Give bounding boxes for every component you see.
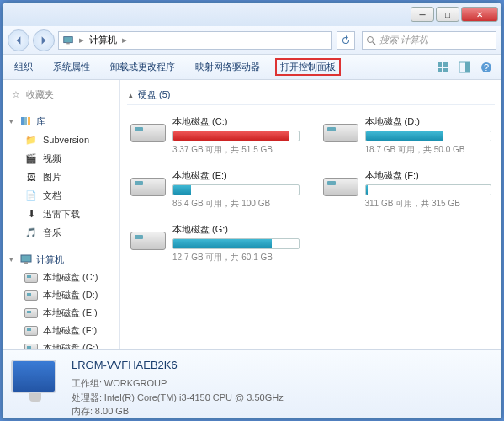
svg-rect-1: [66, 42, 70, 44]
drive-usage-bar: [172, 184, 300, 195]
cpu-value: Intel(R) Core(TM) i3-4150 CPU @ 3.50GHz: [104, 392, 284, 402]
svg-rect-16: [24, 262, 28, 264]
titlebar: ─ □ ✕: [3, 3, 501, 26]
folder-icon: 🎬: [24, 152, 38, 165]
drive-stats: 3.37 GB 可用，共 51.5 GB: [172, 144, 300, 156]
drive-item[interactable]: 本地磁盘 (G:) 12.7 GB 可用，共 60.1 GB: [127, 220, 303, 267]
svg-rect-5: [443, 62, 448, 67]
help-button[interactable]: ?: [478, 59, 495, 76]
sidebar-drive-item[interactable]: 本地磁盘 (E:): [6, 304, 116, 322]
open-control-panel-button[interactable]: 打开控制面板: [275, 58, 341, 76]
svg-rect-14: [28, 117, 30, 125]
sidebar-library-item[interactable]: 🖼图片: [6, 168, 116, 186]
drive-icon: [323, 115, 358, 142]
sidebar-library-item[interactable]: 📁Subversion: [6, 131, 116, 149]
sidebar-drive-item[interactable]: 本地磁盘 (G:): [6, 339, 116, 349]
sidebar-drive-item[interactable]: 本地磁盘 (F:): [6, 322, 116, 339]
drive-icon: [130, 115, 166, 142]
svg-rect-7: [443, 68, 448, 72]
close-button[interactable]: ✕: [461, 7, 498, 22]
sidebar-drive-item[interactable]: 本地磁盘 (C:): [6, 269, 116, 286]
drive-name: 本地磁盘 (G:): [172, 223, 300, 236]
drive-usage-bar: [365, 131, 492, 141]
system-properties-button[interactable]: 系统属性: [48, 58, 95, 76]
drive-icon: [24, 290, 38, 301]
workgroup-value: WORKGROUP: [104, 378, 167, 388]
organize-menu[interactable]: 组织: [9, 58, 38, 76]
folder-icon: 🎵: [24, 226, 38, 239]
breadcrumb-location[interactable]: 计算机: [89, 34, 117, 46]
navbar: ▸ 计算机 ▸ 搜索 计算机: [3, 26, 501, 55]
sidebar-libraries[interactable]: ▾ 库: [6, 112, 116, 131]
sidebar-favorites[interactable]: ☆ 收藏夹: [6, 85, 116, 104]
map-network-drive-button[interactable]: 映射网络驱动器: [190, 58, 265, 76]
sidebar-library-item[interactable]: 🎬视频: [6, 149, 116, 168]
drive-stats: 311 GB 可用，共 315 GB: [365, 198, 492, 210]
view-options-button[interactable]: [434, 59, 451, 76]
section-hard-drives[interactable]: ▴ 硬盘 (5): [127, 85, 495, 105]
drive-item[interactable]: 本地磁盘 (D:) 18.7 GB 可用，共 50.0 GB: [320, 112, 496, 159]
svg-rect-6: [438, 68, 442, 72]
drive-stats: 86.4 GB 可用，共 100 GB: [172, 198, 300, 210]
sidebar-computer[interactable]: ▾ 计算机: [6, 250, 116, 269]
chevron-right-icon: ▸: [79, 35, 84, 45]
drive-icon: [130, 169, 166, 196]
svg-rect-15: [21, 255, 31, 262]
sidebar-drive-item[interactable]: 本地磁盘 (D:): [6, 286, 116, 304]
memory-value: 8.00 GB: [95, 406, 129, 416]
drive-item[interactable]: 本地磁盘 (F:) 311 GB 可用，共 315 GB: [320, 166, 496, 213]
drive-name: 本地磁盘 (F:): [365, 169, 492, 182]
caret-down-icon: ▾: [9, 117, 16, 125]
drive-item[interactable]: 本地磁盘 (C:) 3.37 GB 可用，共 51.5 GB: [127, 112, 303, 159]
folder-icon: 📁: [24, 133, 38, 147]
drive-icon: [24, 344, 38, 350]
svg-rect-13: [24, 117, 27, 125]
svg-rect-4: [438, 62, 442, 67]
drive-item[interactable]: 本地磁盘 (E:) 86.4 GB 可用，共 100 GB: [127, 166, 303, 213]
star-icon: ☆: [9, 88, 23, 101]
svg-rect-0: [64, 36, 73, 42]
sidebar: ☆ 收藏夹 ▾ 库 📁Subversion🎬视频🖼图片📄文档⬇迅雷下载🎵音乐 ▾…: [3, 80, 120, 349]
search-placeholder: 搜索 计算机: [379, 34, 428, 46]
search-input[interactable]: 搜索 计算机: [362, 31, 496, 50]
computer-large-icon: [11, 360, 61, 410]
drive-icon: [323, 169, 358, 196]
forward-button[interactable]: [33, 29, 55, 51]
toolbar: 组织 系统属性 卸载或更改程序 映射网络驱动器 打开控制面板 ?: [3, 55, 501, 80]
drive-name: 本地磁盘 (D:): [365, 115, 492, 128]
drive-icon: [130, 223, 166, 250]
back-button[interactable]: [8, 29, 29, 51]
preview-pane-button[interactable]: [456, 59, 473, 76]
body: ☆ 收藏夹 ▾ 库 📁Subversion🎬视频🖼图片📄文档⬇迅雷下载🎵音乐 ▾…: [3, 80, 501, 349]
drive-name: 本地磁盘 (E:): [172, 169, 300, 182]
caret-down-icon: ▾: [9, 255, 16, 264]
drive-stats: 12.7 GB 可用，共 60.1 GB: [172, 252, 300, 264]
explorer-window: ─ □ ✕ ▸ 计算机 ▸ 搜索 计算机 组织 系统属性 卸载或更改程序 映射网…: [2, 2, 502, 419]
minimize-button[interactable]: ─: [411, 7, 434, 22]
computer-icon: [19, 253, 33, 266]
drive-stats: 18.7 GB 可用，共 50.0 GB: [365, 144, 492, 156]
drive-icon: [24, 308, 38, 318]
drive-icon: [24, 326, 38, 336]
maximize-button[interactable]: □: [436, 7, 459, 22]
svg-text:?: ?: [484, 62, 489, 72]
drive-icon: [24, 273, 38, 283]
svg-point-2: [368, 36, 374, 42]
refresh-button[interactable]: [337, 31, 355, 50]
folder-icon: 🖼: [24, 170, 38, 184]
computer-name: LRGM-VVFHAEB2K6: [72, 359, 284, 371]
uninstall-programs-button[interactable]: 卸载或更改程序: [105, 58, 180, 76]
drive-usage-bar: [172, 238, 300, 249]
library-icon: [19, 115, 33, 128]
sidebar-library-item[interactable]: 📄文档: [6, 186, 116, 205]
drive-usage-bar: [172, 131, 300, 141]
chevron-right-icon: ▸: [122, 35, 127, 45]
caret-down-icon: ▴: [129, 91, 133, 99]
svg-line-3: [373, 42, 375, 45]
svg-rect-12: [21, 117, 24, 125]
sidebar-library-item[interactable]: ⬇迅雷下载: [6, 205, 116, 223]
breadcrumb[interactable]: ▸ 计算机 ▸: [58, 31, 332, 50]
drive-usage-bar: [365, 184, 492, 195]
sidebar-library-item[interactable]: 🎵音乐: [6, 223, 116, 242]
computer-icon: [62, 35, 74, 46]
